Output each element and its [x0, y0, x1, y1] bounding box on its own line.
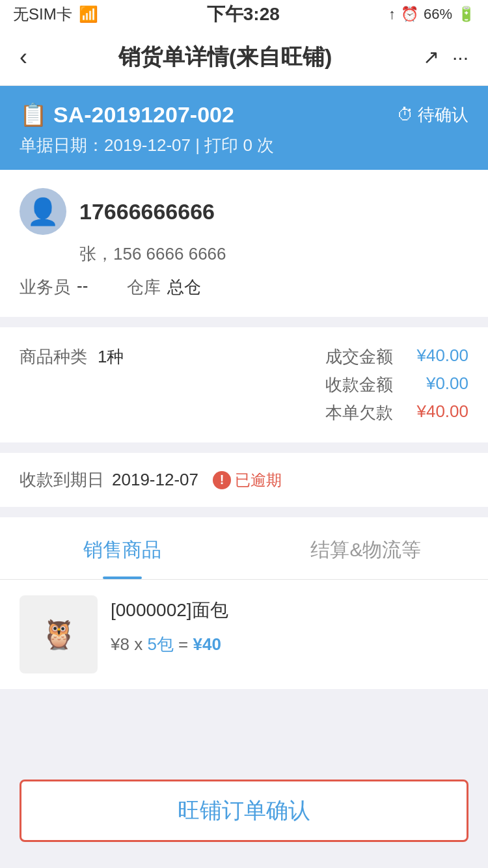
order-status-text: 待确认 — [418, 103, 468, 126]
summary-section: 商品种类 1种 成交金额 ¥40.00 收款金额 ¥0.00 本单欠款 ¥40.… — [0, 327, 488, 442]
order-date: 单据日期：2019-12-07 | 打印 0 次 — [20, 134, 468, 157]
order-status: ⏱ 待确认 — [397, 103, 468, 126]
tabs-row: 销售商品 结算&物流等 — [0, 517, 488, 580]
wifi-icon: 📶 — [79, 5, 98, 23]
status-time: 下午3:28 — [207, 2, 280, 27]
overdue-badge: ! 已逾期 — [213, 470, 282, 491]
product-price-text: ¥8 x — [111, 634, 147, 654]
transaction-amount-item: 成交金额 ¥40.00 — [325, 346, 468, 368]
warehouse-label: 仓库 — [127, 276, 161, 299]
outstanding-item: 本单欠款 ¥40.00 — [325, 401, 468, 424]
location-icon: ↑ — [388, 6, 396, 23]
more-icon[interactable]: ··· — [452, 46, 468, 68]
due-date-section: 收款到期日 2019-12-07 ! 已逾期 — [0, 453, 488, 507]
customer-section: 👤 17666666666 张，156 6666 6666 业务员 -- 仓库 … — [0, 170, 488, 317]
received-amount-value: ¥0.00 — [403, 373, 468, 396]
tabs-section: 销售商品 结算&物流等 — [0, 517, 488, 580]
customer-row: 👤 17666666666 — [20, 188, 468, 235]
due-label: 收款到期日 — [20, 468, 104, 491]
product-qty: 5包 — [147, 634, 173, 654]
confirm-button-wrapper: 旺铺订单确认 — [0, 766, 488, 868]
received-amount-label: 收款金额 — [325, 373, 393, 396]
amounts: 成交金额 ¥40.00 收款金额 ¥0.00 本单欠款 ¥40.00 — [325, 346, 468, 424]
product-thumb-icon: 🦉 — [41, 617, 77, 651]
page-title: 销货单详情(来自旺铺) — [118, 42, 332, 72]
summary-row: 商品种类 1种 成交金额 ¥40.00 收款金额 ¥0.00 本单欠款 ¥40.… — [20, 346, 468, 424]
status-bar: 无SIM卡 📶 下午3:28 ↑ ⏰ 66% 🔋 — [0, 0, 488, 29]
customer-meta: 业务员 -- 仓库 总仓 — [20, 276, 468, 299]
confirm-order-button[interactable]: 旺铺订单确认 — [20, 780, 468, 842]
transaction-amount-label: 成交金额 — [325, 346, 393, 368]
salesperson-value: -- — [77, 276, 88, 299]
overdue-text: 已逾期 — [235, 470, 282, 491]
nav-bar: ‹ 销货单详情(来自旺铺) ↗ ··· — [0, 29, 488, 86]
product-equals: = — [174, 634, 193, 654]
avatar-icon: 👤 — [27, 197, 59, 227]
product-name: [0000002]面包 — [111, 598, 468, 623]
tab-settlement-logistics[interactable]: 结算&物流等 — [244, 517, 488, 579]
tab-sales-products[interactable]: 销售商品 — [0, 517, 244, 579]
alarm-icon: ⏰ — [401, 6, 418, 23]
nav-actions: ↗ ··· — [423, 46, 468, 68]
avatar: 👤 — [20, 188, 66, 235]
status-left: 无SIM卡 📶 — [13, 4, 98, 25]
order-header-top: 📋 SA-20191207-002 ⏱ 待确认 — [20, 102, 468, 128]
no-sim-label: 无SIM卡 — [13, 4, 72, 25]
clock-icon: ⏱ — [397, 105, 414, 125]
order-header: 📋 SA-20191207-002 ⏱ 待确认 单据日期：2019-12-07 … — [0, 86, 488, 170]
warehouse-item: 仓库 总仓 — [127, 276, 201, 299]
product-info: [0000002]面包 ¥8 x 5包 = ¥40 — [111, 595, 468, 656]
back-button[interactable]: ‹ — [20, 44, 27, 71]
order-icon: 📋 — [20, 102, 47, 128]
customer-name: 张，156 6666 6666 — [79, 243, 468, 265]
share-icon[interactable]: ↗ — [423, 46, 439, 68]
tab-sales-products-label: 销售商品 — [83, 539, 161, 560]
overdue-icon: ! — [213, 471, 231, 489]
outstanding-label: 本单欠款 — [325, 401, 393, 424]
order-id: 📋 SA-20191207-002 — [20, 102, 234, 128]
product-type: 商品种类 1种 — [20, 346, 124, 368]
salesperson-item: 业务员 -- — [20, 276, 88, 299]
status-right: ↑ ⏰ 66% 🔋 — [388, 6, 475, 23]
product-total: ¥40 — [193, 634, 221, 654]
order-id-text: SA-20191207-002 — [53, 102, 234, 128]
battery-icon: 🔋 — [457, 6, 475, 23]
received-amount-item: 收款金额 ¥0.00 — [325, 373, 468, 396]
tab-settlement-logistics-label: 结算&物流等 — [310, 539, 421, 560]
customer-phone: 17666666666 — [79, 199, 215, 224]
warehouse-value: 总仓 — [167, 276, 201, 299]
product-type-label: 商品种类 — [20, 346, 87, 368]
due-date-value: 2019-12-07 — [112, 470, 198, 490]
transaction-amount-value: ¥40.00 — [403, 346, 468, 368]
outstanding-value: ¥40.00 — [403, 401, 468, 424]
salesperson-label: 业务员 — [20, 276, 70, 299]
product-type-value: 1种 — [98, 346, 124, 368]
product-thumbnail: 🦉 — [20, 595, 98, 673]
product-item: 🦉 [0000002]面包 ¥8 x 5包 = ¥40 — [0, 580, 488, 689]
product-price-row: ¥8 x 5包 = ¥40 — [111, 633, 468, 656]
battery-label: 66% — [424, 6, 452, 23]
